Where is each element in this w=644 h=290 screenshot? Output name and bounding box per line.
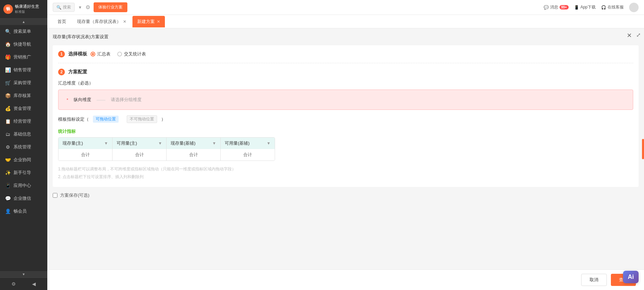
stats-table: 现存量(主) ▼ 可用量(主) ▼ 现存量(基辅) ▼ 可用量(基辅) ▼ xyxy=(58,137,275,161)
chevron-down-icon: ▼ xyxy=(78,5,82,10)
sidebar-item-label: 企业微信 xyxy=(14,195,31,201)
topbar-search-box[interactable]: 🔍 搜索 xyxy=(53,3,75,12)
sidebar-item-marketing[interactable]: 🎁 营销推广 xyxy=(0,51,47,64)
message-badge: 99+ xyxy=(560,5,569,9)
collapse-button[interactable]: ◀ xyxy=(32,281,36,287)
sidebar-nav: 🔍 搜索菜单 🏠 快捷导航 🎁 营销推广 📊 销售管理 🛒 采购管理 📦 库存核… xyxy=(0,25,47,271)
sidebar-item-label: 企业协同 xyxy=(14,157,31,163)
sidebar-item-basic-info[interactable]: 🗂 基础信息 xyxy=(0,128,47,141)
sidebar-item-label: 搜索菜单 xyxy=(14,28,31,34)
sidebar-item-app-center[interactable]: 📱 应用中心 xyxy=(0,179,47,192)
sidebar-item-new-guide[interactable]: ✨ 新手引导 xyxy=(0,166,47,179)
col-name-3: 可用量(基辅) xyxy=(225,140,250,146)
logo-text: 畅康通好生意 xyxy=(15,4,39,9)
col-arrow-2[interactable]: ▼ xyxy=(212,141,216,146)
user-avatar[interactable] xyxy=(629,3,639,12)
radio-cross-label: 交叉统计表 xyxy=(124,51,146,57)
dimension-separator: —— xyxy=(97,97,105,102)
step1-badge: 1 xyxy=(58,51,65,57)
indicator-settings-suffix: ） xyxy=(161,116,166,122)
sidebar-item-wechat[interactable]: 💬 企业微信 xyxy=(0,192,47,205)
topbar-gear-icon[interactable]: ⚙ xyxy=(85,4,90,10)
tab-inventory-label: 现存量（库存状况表） xyxy=(77,19,121,25)
message-button[interactable]: 💬 消息 99+ xyxy=(544,4,569,10)
tab-home[interactable]: 首页 xyxy=(53,16,71,27)
sidebar-item-search-menu[interactable]: 🔍 搜索菜单 xyxy=(0,25,47,38)
topbar-left: 🔍 搜索 ▼ ⚙ 体验行业方案 xyxy=(53,2,127,12)
stats-col-header-0[interactable]: 现存量(主) ▼ xyxy=(58,138,113,149)
topbar-dropdown[interactable]: ▼ xyxy=(78,5,82,10)
step2-title: 方案配置 xyxy=(68,69,87,75)
topbar-right: 💬 消息 99+ 📱 App下载 🎧 在线客服 xyxy=(544,3,639,12)
dimension-section-label: 汇总维度（必选） xyxy=(58,80,633,86)
step1-title: 选择模板 xyxy=(68,51,87,57)
home-icon: 🏠 xyxy=(5,41,11,47)
sidebar-item-label: 应用中心 xyxy=(14,183,31,189)
sidebar-item-sales[interactable]: 📊 销售管理 xyxy=(0,64,47,76)
member-icon: 👤 xyxy=(5,208,11,214)
topbar: 🔍 搜索 ▼ ⚙ 体验行业方案 💬 消息 99+ 📱 App下载 🎧 在线客服 xyxy=(47,0,644,15)
dimension-area: * 纵向维度 —— 请选择分组维度 xyxy=(58,90,633,110)
stats-col-value-1: 合计 xyxy=(113,149,167,161)
message-label: 消息 xyxy=(550,4,558,10)
app-download-button[interactable]: 📱 App下载 xyxy=(574,4,596,10)
indicator-settings-label: 模板指标设定（ xyxy=(58,116,89,122)
page-title: 现存量(库存状况表)方案设置 xyxy=(53,34,639,40)
headset-icon: 🎧 xyxy=(601,5,606,10)
tip-2: 2. 点击标题栏下拉可设置排序、插入列和删除列 xyxy=(58,174,633,180)
sidebar-item-label: 采购管理 xyxy=(14,80,31,86)
wechat-icon: 💬 xyxy=(5,195,11,201)
step1-row: 1 选择模板 汇总表 交叉统计表 xyxy=(58,51,633,57)
sidebar-item-label: 经营管理 xyxy=(14,118,31,124)
sidebar-item-cooperation[interactable]: 🤝 企业协同 xyxy=(0,153,47,166)
sidebar-item-inventory[interactable]: 📦 库存核算 xyxy=(0,89,47,102)
template-radio-group: 汇总表 交叉统计表 xyxy=(91,51,146,57)
sidebar-item-system[interactable]: ⚙ 系统管理 xyxy=(0,141,47,153)
sidebar-item-management[interactable]: 📋 经营管理 xyxy=(0,115,47,128)
panel-close-button[interactable]: ✕ xyxy=(627,32,632,39)
tab-inventory-close-icon[interactable]: ✕ xyxy=(123,19,126,24)
col-arrow-1[interactable]: ▼ xyxy=(158,141,162,146)
online-service-label: 在线客服 xyxy=(608,4,624,10)
sidebar-item-label: 畅会员 xyxy=(14,208,27,214)
stats-col-header-1[interactable]: 可用量(主) ▼ xyxy=(113,138,167,149)
gift-icon: 🎁 xyxy=(5,54,11,60)
footer-buttons: 取消 查询 xyxy=(47,269,644,290)
sidebar-item-quick-nav[interactable]: 🏠 快捷导航 xyxy=(0,38,47,51)
tab-inventory-status[interactable]: 现存量（库存状况表） ✕ xyxy=(72,16,131,27)
radio-summary-dot xyxy=(91,52,95,56)
radio-cross[interactable]: 交叉统计表 xyxy=(117,51,146,57)
non-draggable-badge: 不可拖动位置 xyxy=(127,115,157,123)
sidebar-logo: 畅 畅康通好生意 标准版 xyxy=(0,0,47,19)
stats-col-header-3[interactable]: 可用量(基辅) ▼ xyxy=(221,138,275,149)
save-checkbox[interactable] xyxy=(53,193,57,198)
stats-table-header: 现存量(主) ▼ 可用量(主) ▼ 现存量(基辅) ▼ 可用量(基辅) ▼ xyxy=(58,138,275,149)
online-service-button[interactable]: 🎧 在线客服 xyxy=(601,4,624,10)
tab-new-plan[interactable]: 新建方案 ✕ xyxy=(132,16,165,27)
sidebar-item-label: 营销推广 xyxy=(14,54,31,60)
app-download-label: App下载 xyxy=(580,4,596,10)
settings-button[interactable]: ⚙ xyxy=(11,281,16,287)
cooperation-icon: 🤝 xyxy=(5,157,11,163)
stats-col-value-0: 合计 xyxy=(58,149,113,161)
tab-new-plan-label: 新建方案 xyxy=(137,19,155,25)
tab-new-plan-close-icon[interactable]: ✕ xyxy=(157,19,160,24)
panel-expand-button[interactable]: ⤢ xyxy=(636,32,641,38)
radio-cross-dot xyxy=(117,52,122,56)
ai-badge[interactable]: Ai xyxy=(623,271,639,283)
sidebar-scroll-down[interactable]: ▼ xyxy=(0,271,47,277)
col-arrow-3[interactable]: ▼ xyxy=(267,141,271,146)
trial-industry-button[interactable]: 体验行业方案 xyxy=(94,2,127,12)
stats-col-header-2[interactable]: 现存量(基辅) ▼ xyxy=(167,138,221,149)
sidebar-item-finance[interactable]: 💰 资金管理 xyxy=(0,102,47,115)
sidebar-item-member[interactable]: 👤 畅会员 xyxy=(0,205,47,218)
save-checkbox-label: 方案保存(可选) xyxy=(60,192,90,198)
management-icon: 📋 xyxy=(5,118,11,124)
cancel-button[interactable]: 取消 xyxy=(581,274,607,286)
col-name-0: 现存量(主) xyxy=(63,140,83,146)
sidebar-scroll-up[interactable]: ▲ xyxy=(0,19,47,25)
col-arrow-0[interactable]: ▼ xyxy=(104,141,108,146)
radio-summary[interactable]: 汇总表 xyxy=(91,51,110,57)
sidebar-item-purchase[interactable]: 🛒 采购管理 xyxy=(0,76,47,89)
dimension-placeholder[interactable]: 请选择分组维度 xyxy=(111,97,142,103)
